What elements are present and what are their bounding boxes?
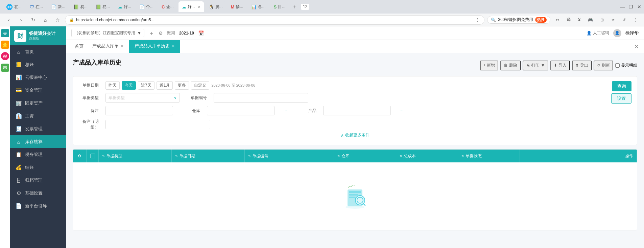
- filter-settings-button[interactable]: 设置: [611, 93, 631, 104]
- extensions-icon[interactable]: ⋮: [475, 17, 480, 23]
- refresh-action-button[interactable]: ↻ 刷新: [594, 61, 613, 70]
- rail-icon-4[interactable]: ✉: [1, 64, 9, 72]
- num-filter-input[interactable]: [214, 93, 308, 103]
- page-tab-history[interactable]: 产成品入库单历史 ✕: [129, 40, 180, 53]
- tab-close-icon[interactable]: ✕: [198, 5, 200, 9]
- search-bar[interactable]: 🔍 360智能抠图免费用 热搜: [487, 16, 550, 24]
- user-service-button[interactable]: 👤 人工咨询: [587, 30, 609, 36]
- panel-close-button[interactable]: ✕: [634, 43, 639, 50]
- browser-tab-3[interactable]: 📄 新...: [48, 1, 69, 12]
- browser-tab-2[interactable]: 🛡 在...: [26, 1, 46, 12]
- print-button[interactable]: 🖨 打印 ▼: [523, 61, 548, 70]
- url-box[interactable]: 🔒 https://cloud.chanjet.com/accounting/u…: [65, 15, 484, 25]
- display-detail-input[interactable]: [615, 63, 620, 68]
- export-button[interactable]: ⬆ 导出: [572, 61, 592, 70]
- close-icon[interactable]: ✕: [637, 4, 641, 9]
- theme-icon[interactable]: ☀: [609, 17, 618, 23]
- sidebar-item-basic[interactable]: ⚙ 基础设置: [10, 187, 66, 200]
- browser-tab-13[interactable]: S 目...: [270, 1, 289, 12]
- browser-tab-12[interactable]: 📊 各...: [248, 1, 269, 12]
- th-status[interactable]: ⇅ 单据状态: [458, 150, 520, 162]
- sidebar-item-fixed-label: 固定资产: [25, 100, 43, 106]
- add-company-button[interactable]: ＋: [148, 29, 154, 37]
- maximize-icon[interactable]: ❐: [629, 4, 633, 9]
- scissors-icon[interactable]: ✂: [553, 17, 562, 23]
- browser-tab-11[interactable]: M 畅...: [228, 1, 247, 12]
- sidebar-item-inventory[interactable]: ⌂ 库存核算: [10, 135, 66, 148]
- date-btn-7days[interactable]: 近7天: [138, 81, 154, 90]
- warehouse-filter-input[interactable]: [207, 106, 275, 115]
- breadcrumb-home[interactable]: 首页: [71, 43, 87, 49]
- th-type[interactable]: ⇅ 单据类型: [99, 150, 172, 162]
- browser-tab-9-active[interactable]: ☁ 好... ✕: [178, 1, 204, 12]
- product-filter-input[interactable]: [323, 106, 391, 115]
- sidebar-item-home[interactable]: ⌂ 首页: [10, 45, 66, 58]
- browser-tab-10[interactable]: 🐧 腾...: [205, 1, 226, 12]
- sidebar-item-invoice[interactable]: 🧾 发票管理: [10, 122, 66, 135]
- bookmark-button[interactable]: ☆: [53, 15, 62, 25]
- minimize-icon[interactable]: —: [620, 4, 625, 9]
- th-date[interactable]: ⇅ 单据日期: [172, 150, 245, 162]
- th-gear[interactable]: ⚙: [73, 150, 87, 162]
- rail-icon-1[interactable]: ⊕: [1, 29, 9, 37]
- sidebar-item-fund[interactable]: 💳 资金管理: [10, 84, 66, 97]
- add-button[interactable]: + 新增: [480, 61, 498, 70]
- company-settings-icon[interactable]: ⚙: [159, 30, 163, 36]
- browser-tab-8[interactable]: C 企...: [158, 1, 177, 12]
- rail-icon-2[interactable]: ⭐: [1, 41, 9, 49]
- sidebar-item-newbill[interactable]: 📄 新平台引导: [10, 200, 66, 212]
- settings-menu-icon[interactable]: ⋮: [630, 17, 640, 23]
- home-button[interactable]: ⌂: [41, 15, 50, 25]
- select-all-checkbox[interactable]: [90, 154, 95, 158]
- page-tab-list[interactable]: 产成品入库单 ✕: [87, 40, 129, 53]
- sidebar-item-wage[interactable]: 👔 工资: [10, 110, 66, 122]
- note-detail-filter-input[interactable]: [105, 120, 210, 129]
- back-button[interactable]: ‹: [4, 15, 14, 25]
- th-check[interactable]: [87, 150, 99, 162]
- collapse-bar[interactable]: ∧ 收起更多条件: [78, 130, 631, 140]
- rail-icon-3[interactable]: W: [1, 52, 9, 60]
- sidebar-item-close[interactable]: 💰 结账: [10, 161, 66, 174]
- query-button[interactable]: 查询: [612, 81, 631, 91]
- th-cost[interactable]: ⇅ 总成本: [396, 150, 458, 162]
- delete-button[interactable]: 🗑 删除: [500, 61, 521, 70]
- sidebar-item-tax[interactable]: 📋 税务管理: [10, 148, 66, 161]
- date-btn-1month[interactable]: 近1月: [157, 81, 173, 90]
- date-btn-today[interactable]: 今天: [122, 81, 136, 90]
- company-selector[interactable]: （勿删勿禁用）江西服宝测试专用 ▼: [71, 29, 144, 37]
- product-dots-icon[interactable]: ···: [398, 108, 406, 113]
- sidebar-item-archive[interactable]: 🗄 归档管理: [10, 174, 66, 187]
- sidebar-item-ledger[interactable]: 📒 总账: [10, 58, 66, 71]
- sidebar-item-fixed[interactable]: 🏢 固定资产: [10, 97, 66, 110]
- page-tab-history-close[interactable]: ✕: [172, 44, 175, 48]
- date-btn-more[interactable]: 更多: [175, 81, 189, 90]
- translate-icon[interactable]: 译: [564, 16, 573, 24]
- user-avatar[interactable]: 👤: [613, 29, 621, 37]
- page-tab-list-close[interactable]: ✕: [121, 44, 124, 48]
- th-warehouse[interactable]: ⇅ 仓库: [334, 150, 396, 162]
- export-label: 导出: [580, 63, 588, 68]
- svg-rect-4: [349, 197, 356, 198]
- grid-icon[interactable]: ⊞: [598, 17, 606, 23]
- history-icon[interactable]: ↺: [620, 17, 628, 23]
- warehouse-dots-icon[interactable]: ···: [281, 108, 289, 113]
- browser-tab-4[interactable]: 📗 易...: [70, 1, 91, 12]
- display-detail-checkbox[interactable]: 显示明细: [615, 63, 637, 68]
- browser-tab-7[interactable]: 📄 个...: [136, 1, 157, 12]
- browser-tab-5[interactable]: 📗 易...: [92, 1, 113, 12]
- sidebar-item-report[interactable]: 📊 云报表中心: [10, 71, 66, 84]
- date-btn-custom[interactable]: 自定义: [191, 81, 209, 90]
- note-filter-input[interactable]: [105, 106, 173, 115]
- game-icon[interactable]: 🎮: [585, 17, 596, 23]
- th-num[interactable]: ⇅ 单据编号: [245, 150, 334, 162]
- currency-icon[interactable]: ¥: [575, 17, 583, 23]
- type-select[interactable]: 单据类型 ∨: [105, 93, 180, 103]
- browser-tab-1[interactable]: 🌐 在...: [3, 1, 25, 12]
- refresh-button[interactable]: ↻: [28, 15, 38, 25]
- calendar-icon[interactable]: 📅: [198, 30, 204, 36]
- date-btn-yesterday[interactable]: 昨天: [105, 81, 120, 90]
- tab-add-button[interactable]: ＋: [290, 2, 300, 12]
- import-button[interactable]: ⬇ 导入: [550, 61, 570, 70]
- browser-tab-6[interactable]: ☁ 好...: [115, 1, 135, 12]
- forward-button[interactable]: ›: [16, 15, 26, 25]
